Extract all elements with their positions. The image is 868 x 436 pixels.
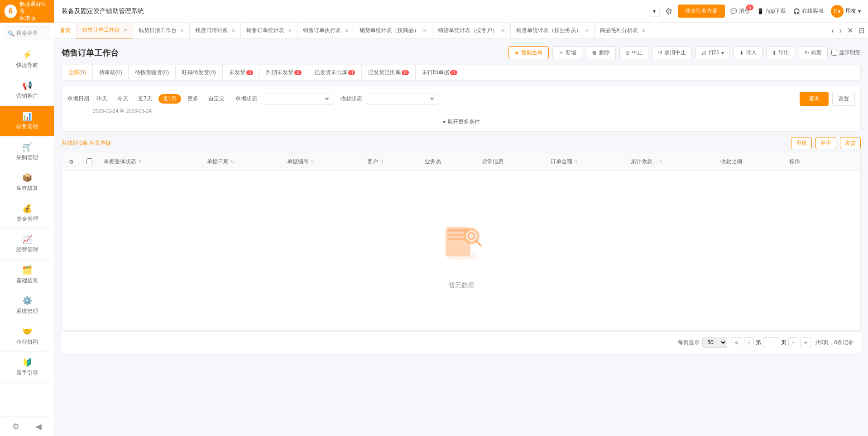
sidebar-item-newbie-guide[interactable]: 🔰 新手引导	[0, 352, 54, 383]
tabs-scroll-right-button[interactable]: ›	[838, 26, 844, 36]
sidebar-item-finance-mgmt[interactable]: 💰 资金管理	[0, 198, 54, 229]
sidebar-item-ops-mgmt[interactable]: 📈 经营管理	[0, 229, 54, 260]
payment-select[interactable]	[366, 94, 438, 104]
tab-close-icon[interactable]: ✕	[585, 28, 589, 33]
tab-sales-stats-by-product[interactable]: 销货单统计表（按商品） ✕	[354, 23, 432, 39]
sub-tab-not-printed[interactable]: 未打印单据0	[416, 65, 464, 80]
show-detail-input[interactable]	[831, 50, 837, 56]
last-page-button[interactable]: »	[800, 337, 811, 347]
sub-tab-pending-inspect[interactable]: 待拣货验货(0)	[129, 65, 176, 80]
sidebar-settings-button[interactable]: ⚙	[12, 422, 19, 431]
user-profile[interactable]: Ea 用友 ▾	[831, 5, 861, 18]
th-doc-no: 单据编号 ⇅	[282, 153, 362, 171]
show-detail-checkbox[interactable]: 显示明细	[831, 49, 861, 57]
sidebar-collapse-button[interactable]: ◀	[35, 422, 42, 431]
prev-page-button[interactable]: ‹	[744, 337, 754, 347]
review-button[interactable]: 审核	[791, 137, 812, 149]
avatar: Ea	[831, 5, 844, 18]
sort-icon[interactable]: ⇅	[230, 159, 234, 164]
sort-icon[interactable]: ⇅	[659, 159, 662, 164]
tab-close-icon[interactable]: ✕	[288, 28, 292, 33]
cancel-stop-icon: ↺	[658, 50, 662, 56]
shortcut-1month[interactable]: 近1月	[158, 94, 182, 104]
add-button[interactable]: ＋ 新增	[552, 46, 582, 59]
tab-sales-order-exec[interactable]: 销售订单执行表 ✕	[297, 23, 354, 39]
th-doc-date: 单据日期 ⇅	[201, 153, 282, 171]
query-button[interactable]: 查询	[800, 92, 829, 106]
shortcut-7days[interactable]: 近7天	[134, 94, 156, 104]
sort-icon[interactable]: ⇅	[574, 159, 578, 164]
sidebar-item-marketing-promo[interactable]: 📢 营销推广	[0, 75, 54, 106]
export-button[interactable]: ⬆ 导出	[766, 46, 795, 59]
shortcut-today[interactable]: 今天	[114, 94, 132, 104]
sidebar-item-enterprise-collab[interactable]: 🤝 企业协同	[0, 321, 54, 352]
tab-sales-stats-by-customer[interactable]: 销货单统计表（按客户） ✕	[432, 23, 511, 39]
tab-close-icon[interactable]: ✕	[231, 28, 235, 33]
sidebar-item-purchase-mgmt[interactable]: 🛒 采购管理	[0, 137, 54, 167]
sidebar-item-quick-nav[interactable]: ⚡ 快捷导航	[0, 44, 54, 75]
tab-close-icon[interactable]: ✕	[345, 28, 348, 33]
cancel-stop-button[interactable]: ↺ 取消中止	[652, 46, 692, 59]
sub-tab-wangpu-pending-ship[interactable]: 旺铺待发货(0)	[176, 65, 223, 80]
tab-cash-goods-reconcile[interactable]: 钱货日清对账 ✕	[190, 23, 241, 39]
sort-icon[interactable]: ⇅	[138, 159, 142, 164]
sub-tab-pending-review[interactable]: 待审核(0)	[93, 65, 129, 80]
sub-tab-not-shipped[interactable]: 未发货0	[223, 65, 260, 80]
import-icon: ⬇	[739, 50, 744, 56]
ship-button[interactable]: 发货	[840, 137, 861, 149]
sidebar-item-sales-mgmt[interactable]: 📊 销售管理	[0, 106, 54, 137]
status-select[interactable]	[261, 94, 333, 104]
import-button[interactable]: ⬇ 导入	[734, 46, 762, 59]
system-dropdown[interactable]: ▾	[649, 6, 660, 17]
solution-button[interactable]: 体验行业方案	[678, 5, 725, 18]
tab-cash-daily-clearing[interactable]: 钱货日清工作台 ✕	[133, 23, 190, 39]
column-settings-icon[interactable]: ⚙	[69, 159, 74, 165]
print-button[interactable]: 🖨 打印 ▾	[695, 46, 730, 59]
sub-tab-shipped-out[interactable]: 已发货已出库0	[362, 65, 416, 80]
tab-close-icon[interactable]: ✕	[124, 28, 127, 33]
tab-home[interactable]: 首页	[54, 23, 77, 39]
sort-icon[interactable]: ⇅	[311, 159, 314, 164]
sub-tab-all[interactable]: 全部(0)	[62, 65, 93, 80]
delete-button[interactable]: 🗑 删除	[586, 46, 616, 59]
sidebar-item-system-mgmt[interactable]: ⚙️ 系统管理	[0, 290, 54, 321]
sidebar-bottom: ⚙ ◀	[0, 417, 54, 436]
tab-sales-order-workbench[interactable]: 销售订单工作台 ✕	[77, 23, 133, 39]
cancel-review-button[interactable]: 弃审	[815, 137, 836, 149]
shortcut-yesterday[interactable]: 昨天	[93, 94, 111, 104]
refresh-button[interactable]: ↻ 刷新	[799, 46, 828, 59]
tabs-close-all-button[interactable]: ✕	[845, 25, 855, 36]
sidebar-item-inventory-check[interactable]: 📦 库存核算	[0, 167, 54, 198]
tab-close-icon[interactable]: ✕	[501, 28, 505, 33]
tab-sales-order-stats[interactable]: 销售订单统计表 ✕	[241, 23, 297, 39]
setup-button[interactable]: 设置	[832, 92, 855, 106]
tabs-scroll-left-button[interactable]: ‹	[830, 26, 835, 36]
app-download-button[interactable]: 📱 App下载	[757, 7, 786, 15]
select-all-checkbox[interactable]	[86, 158, 92, 164]
first-page-button[interactable]: «	[731, 337, 742, 347]
sub-tab-shipped-not-out[interactable]: 已发货未出库0	[308, 65, 362, 80]
tab-close-icon[interactable]: ✕	[642, 28, 645, 33]
smart-create-button[interactable]: ★ 智能生单	[508, 46, 549, 59]
stop-button[interactable]: ⊘ 中止	[619, 46, 648, 59]
next-page-button[interactable]: ›	[788, 337, 798, 347]
shortcut-more[interactable]: 更多	[184, 94, 202, 104]
shortcut-custom[interactable]: 自定义	[205, 94, 228, 104]
sort-icon[interactable]: ⇅	[380, 159, 384, 164]
per-page-select[interactable]: 10 20 50 100	[702, 337, 727, 348]
message-button[interactable]: 💬 消息 6	[730, 7, 750, 15]
tab-close-icon[interactable]: ✕	[180, 28, 184, 33]
online-service-button[interactable]: 🎧 在线客服	[793, 7, 824, 15]
tab-sales-stats-by-staff[interactable]: 销货单统计表（按业务员） ✕	[511, 23, 595, 39]
table-toolbar: 共找到 0条 相关单据 审核 弃审 发货	[62, 137, 861, 149]
search-menu-button[interactable]: 🔍 搜索菜单	[4, 26, 50, 40]
expand-more-button[interactable]: ▾ 展开更多条件	[443, 118, 480, 126]
search-icon: 🔍	[8, 30, 14, 37]
page-number-input[interactable]: 1	[763, 337, 779, 347]
tab-product-margin[interactable]: 商品毛利分析表 ✕	[595, 23, 651, 39]
tabs-maximize-button[interactable]: ⊡	[857, 25, 866, 36]
tab-close-icon[interactable]: ✕	[423, 28, 427, 33]
sidebar-item-basic-info[interactable]: 🗂️ 基础信息	[0, 260, 54, 290]
settings-icon[interactable]: ⚙	[665, 6, 672, 16]
sub-tab-expired-not-shipped[interactable]: 到期未发货0	[260, 65, 308, 80]
